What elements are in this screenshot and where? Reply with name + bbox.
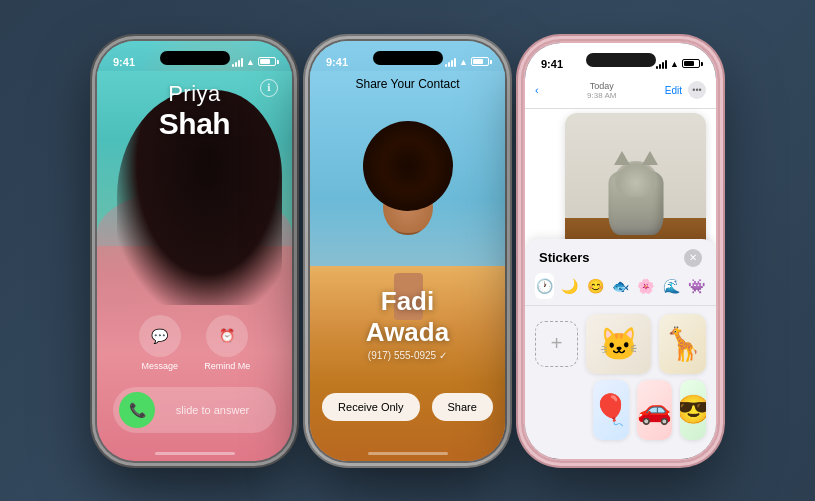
phone1-statusbar: 9:41 ▲ — [97, 41, 292, 77]
phone2-statusbar: 9:41 ▲ — [310, 41, 505, 77]
fadi-first-name: Fadi — [310, 286, 505, 317]
phone2-screen: 9:41 ▲ Share Your Co — [310, 41, 505, 461]
chat-time: 9:38 AM — [587, 91, 616, 100]
phone3-screen: 9:41 ▲ ‹ — [525, 43, 716, 459]
receive-only-button[interactable]: Receive Only — [322, 393, 419, 421]
chat-date: Today — [587, 81, 616, 91]
phone1-status-icons: ▲ — [232, 57, 276, 67]
home-indicator-2 — [368, 452, 448, 455]
balloon-sticker[interactable]: 🎈 — [593, 380, 629, 440]
caller-last-name: Shah — [97, 107, 292, 141]
message-label: Message — [141, 361, 178, 371]
cat-sticker[interactable]: 🐱 — [586, 314, 651, 374]
cat-ear-left — [614, 151, 630, 165]
phone3-wrapper: 9:41 ▲ ‹ — [523, 41, 718, 461]
add-sticker-button[interactable]: + — [535, 321, 578, 367]
balloon-sticker-emoji: 🎈 — [593, 392, 629, 427]
remind-label: Remind Me — [204, 361, 250, 371]
recents-tab[interactable]: 🕐 — [535, 273, 554, 299]
car-sticker[interactable]: 🚗 — [637, 380, 673, 440]
chevron-left-icon: ‹ — [535, 84, 539, 96]
car-sticker-emoji: 🚗 — [637, 393, 672, 426]
colorful-tab[interactable]: 🌸 — [636, 273, 655, 299]
battery-icon-3 — [682, 59, 700, 68]
remind-action[interactable]: ⏰ Remind Me — [204, 315, 250, 371]
phone1: 9:41 ▲ Priya — [97, 41, 292, 461]
phone3-time: 9:41 — [541, 58, 563, 70]
stickers-row2: 🎈 🚗 😎 — [583, 374, 716, 440]
animal-tab[interactable]: 🐟 — [611, 273, 630, 299]
giraffe-sticker[interactable]: 🦒 — [659, 314, 706, 374]
fadi-last-name: Awada — [310, 317, 505, 348]
home-indicator-1 — [155, 452, 235, 455]
signal-icon-2 — [445, 57, 456, 67]
wifi-icon-3: ▲ — [670, 59, 679, 69]
battery-icon-2 — [471, 57, 489, 66]
wifi-icon-2: ▲ — [459, 57, 468, 67]
stickers-title: Stickers — [539, 250, 590, 265]
share-button[interactable]: Share — [432, 393, 493, 421]
cat-sticker-emoji: 🐱 — [599, 325, 639, 363]
more-options-button[interactable]: ••• — [688, 81, 706, 99]
emoji-tab[interactable]: 😊 — [586, 273, 605, 299]
answer-button[interactable]: 📞 — [119, 392, 155, 428]
phone2-caller-name: Fadi Awada (917) 555-0925 ✓ — [310, 286, 505, 361]
info-icon[interactable]: ℹ — [260, 79, 278, 97]
custom-tab2[interactable]: 👾 — [687, 273, 706, 299]
slide-to-answer-text: slide to answer — [155, 404, 270, 416]
remind-icon: ⏰ — [219, 328, 235, 343]
signal-icon-1 — [232, 57, 243, 67]
battery-icon-1 — [258, 57, 276, 66]
phone2-time: 9:41 — [326, 56, 348, 68]
phone1-screen: 9:41 ▲ Priya — [97, 41, 292, 461]
share-contact-header: Share Your Contact — [310, 77, 505, 91]
cool-cat-sticker-emoji: 😎 — [680, 393, 706, 426]
phone2-smile — [395, 223, 421, 235]
phone3-status-icons: ▲ — [656, 59, 700, 69]
phone1-wrapper: 9:41 ▲ Priya — [97, 41, 292, 461]
stickers-header: Stickers ✕ — [525, 239, 716, 273]
chat-header: Today 9:38 AM — [587, 81, 616, 100]
phone2-buttons: Receive Only Share — [310, 393, 505, 421]
signal-icon-3 — [656, 59, 667, 69]
phone-answer-icon: 📞 — [129, 402, 146, 418]
cool-cat-sticker[interactable]: 😎 — [680, 380, 706, 440]
message-action[interactable]: 💬 Message — [139, 315, 181, 371]
edit-button[interactable]: Edit — [665, 85, 682, 96]
phone1-actions: 💬 Message ⏰ Remind Me — [97, 315, 292, 371]
stickers-close-button[interactable]: ✕ — [684, 249, 702, 267]
stickers-panel: Stickers ✕ 🕐 🌙 😊 🐟 🌸 🌊 👾 + — [525, 239, 716, 459]
dark-theme-tab[interactable]: 🌙 — [560, 273, 579, 299]
fadi-phone-number: (917) 555-0925 ✓ — [310, 350, 505, 361]
stickers-tabs: 🕐 🌙 😊 🐟 🌸 🌊 👾 — [525, 273, 716, 306]
phone2-afro — [363, 121, 453, 211]
remind-circle: ⏰ — [206, 315, 248, 357]
giraffe-sticker-emoji: 🦒 — [663, 325, 703, 363]
wifi-icon-1: ▲ — [246, 57, 255, 67]
chat-right-actions: Edit ••• — [665, 81, 706, 99]
phone2-wrapper: 9:41 ▲ Share Your Co — [310, 41, 505, 461]
cat-head — [615, 161, 657, 197]
phone3-topbar: ‹ Today 9:38 AM Edit ••• — [525, 73, 716, 109]
phone2-status-icons: ▲ — [445, 57, 489, 67]
message-circle: 💬 — [139, 315, 181, 357]
phone3: 9:41 ▲ ‹ — [523, 41, 718, 461]
message-icon: 💬 — [151, 328, 168, 344]
verified-icon: ✓ — [439, 350, 447, 361]
answer-bar[interactable]: 📞 slide to answer — [113, 387, 276, 433]
phone2: 9:41 ▲ Share Your Co — [310, 41, 505, 461]
share-contact-label: Share Your Contact — [355, 77, 459, 91]
stickers-row1: + 🐱 🦒 — [525, 306, 716, 374]
phone1-time: 9:41 — [113, 56, 135, 68]
custom-tab1[interactable]: 🌊 — [661, 273, 680, 299]
back-button[interactable]: ‹ — [535, 84, 539, 96]
cat-ear-right — [642, 151, 658, 165]
